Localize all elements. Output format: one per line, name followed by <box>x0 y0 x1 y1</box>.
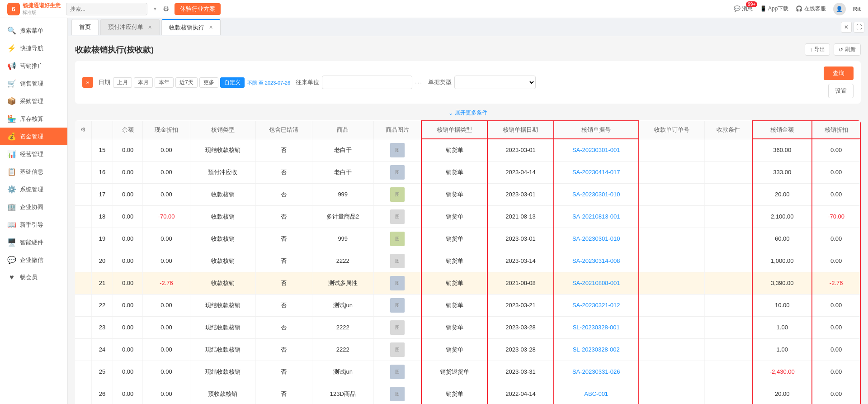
sidebar-item-search[interactable]: 🔍 搜索菜单 <box>0 22 67 39</box>
sidebar-item-inventory[interactable]: 🏪 库存核算 <box>0 110 67 128</box>
sidebar-label-hardware: 智能硬件 <box>20 238 43 247</box>
cell-writeoff-discount: 0.00 <box>812 139 860 161</box>
bill-no-link[interactable]: SA-20230301-001 <box>572 147 620 153</box>
table-header-row: ⚙ 余额 现金折扣 核销类型 包含已结清 商品 商品图片 核销单据类型 核销单据… <box>75 121 860 139</box>
cell-seq: 16 <box>91 161 113 183</box>
cell-balance: 0.00 <box>113 183 143 205</box>
bill-no-link[interactable]: SA-20210813-001 <box>572 213 620 220</box>
cell-bill-type: 销货单 <box>421 139 487 161</box>
guide-icon: 📖 <box>7 220 16 229</box>
tab-bar: 首页 预付冲应付单 ✕ 收款核销执行 ✕ ✕ ⛶ <box>68 18 868 36</box>
cell-bill-no: SA-20230301-001 <box>554 139 639 161</box>
cell-balance: 0.00 <box>113 316 143 338</box>
cell-receipt-condition <box>704 228 752 250</box>
setting-filter-btn[interactable]: 设置 <box>828 84 854 98</box>
cell-receipt-order <box>639 139 705 161</box>
cell-bill-date: 2023-03-01 <box>487 228 553 250</box>
cell-bill-type: 销货单 <box>421 294 487 316</box>
tab-prepay-close[interactable]: ✕ <box>148 24 152 30</box>
bill-no-link[interactable]: SA-20230301-010 <box>572 191 620 198</box>
sidebar-item-member[interactable]: ♥ 畅会员 <box>0 269 67 286</box>
bill-no-link[interactable]: ABC-001 <box>584 390 608 397</box>
cell-bill-no: SA-20230331-026 <box>554 361 639 383</box>
sidebar-label-member: 畅会员 <box>20 273 38 281</box>
bill-no-link[interactable]: SA-20210808-001 <box>572 280 620 286</box>
sidebar-item-wechat[interactable]: 💬 企业微信 <box>0 251 67 269</box>
sidebar-item-quick[interactable]: ⚡ 快捷导航 <box>0 39 67 57</box>
bill-type-select[interactable] <box>454 76 536 89</box>
date-btn-more[interactable]: 更多 <box>199 77 218 88</box>
message-badge: 99+ <box>746 1 757 7</box>
user-icon: 👤 <box>836 6 843 12</box>
online-service-btn[interactable]: 🎧 在线客服 <box>796 5 826 13</box>
cell-receipt-order <box>639 183 705 205</box>
sidebar-item-corp[interactable]: 🏢 企业协同 <box>0 198 67 216</box>
phone-icon: 📱 <box>760 5 767 12</box>
settings-icon[interactable]: ⚙ <box>80 126 86 133</box>
tab-prepay[interactable]: 预付冲应付单 ✕ <box>100 19 160 35</box>
bill-no-link[interactable]: SA-20230314-008 <box>572 257 620 264</box>
bill-no-link[interactable]: SL-20230328-002 <box>573 346 620 353</box>
cell-bill-date: 2023-03-31 <box>487 361 553 383</box>
date-btn-last-month[interactable]: 上月 <box>113 77 132 88</box>
date-btn-this-year[interactable]: 本年 <box>155 77 174 88</box>
cell-receipt-condition <box>704 272 752 294</box>
refresh-icon: ↺ <box>839 47 843 53</box>
date-btn-custom[interactable]: 自定义 <box>220 77 245 88</box>
cell-goods: 2222 <box>312 250 373 272</box>
table-row: 21 0.00 -2.76 收款核销 否 测试多属性 图 销货单 2021-08… <box>75 272 860 294</box>
maximize-window-btn[interactable]: ⛶ <box>854 22 864 33</box>
date-btn-this-month[interactable]: 本月 <box>134 77 153 88</box>
cell-receipt-condition <box>704 383 752 404</box>
bill-no-link[interactable]: SA-20230414-017 <box>572 169 620 176</box>
gear-icon-top[interactable]: ⚙ <box>163 5 169 13</box>
cell-balance: 0.00 <box>113 250 143 272</box>
tab-receipt[interactable]: 收款核销执行 ✕ <box>161 19 221 35</box>
user-avatar[interactable]: 👤 <box>833 3 846 15</box>
bill-no-link[interactable]: SL-20230328-001 <box>573 324 620 331</box>
sidebar-item-marketing[interactable]: 📢 营销推广 <box>0 57 67 75</box>
tab-home[interactable]: 首页 <box>71 19 99 35</box>
query-btn[interactable]: 查询 <box>824 67 854 80</box>
bill-no-link[interactable]: SA-20230331-026 <box>572 368 620 375</box>
sidebar-item-system[interactable]: ⚙️ 系统管理 <box>0 181 67 198</box>
cell-receipt-order <box>639 228 705 250</box>
cell-cash-discount: -70.00 <box>142 205 190 228</box>
th-goods: 商品 <box>312 121 373 139</box>
filter-expand-btn[interactable]: » <box>82 77 93 88</box>
sidebar-label-guide: 新手引导 <box>20 221 43 229</box>
sidebar-item-purchase[interactable]: 📦 采购管理 <box>0 92 67 110</box>
cell-cash-discount: 0.00 <box>142 228 190 250</box>
sidebar-item-hardware[interactable]: 🖥️ 智能硬件 <box>0 233 67 251</box>
marketing-icon: 📢 <box>7 62 16 70</box>
app-download-btn[interactable]: 📱 App下载 <box>760 5 788 13</box>
date-btn-7days[interactable]: 近7天 <box>175 77 198 88</box>
bill-no-link[interactable]: SA-20230301-010 <box>572 235 620 242</box>
sidebar-item-basic[interactable]: 📋 基础信息 <box>0 163 67 181</box>
search-input-top[interactable] <box>66 3 147 15</box>
industry-btn[interactable]: 休验行业方案 <box>175 3 221 15</box>
refresh-btn[interactable]: ↺ 刷新 <box>834 43 861 56</box>
cell-writeoff-type: 现结收款核销 <box>190 361 256 383</box>
cell-writeoff-amount: 20.00 <box>752 183 812 205</box>
cell-bill-type: 销货单 <box>421 250 487 272</box>
sidebar-item-sales[interactable]: 🛒 销售管理 <box>0 75 67 92</box>
bill-no-link[interactable]: SA-20230321-012 <box>572 302 620 309</box>
close-window-btn[interactable]: ✕ <box>841 22 852 33</box>
page-actions: ↑ 导出 ↺ 刷新 <box>805 43 861 56</box>
cell-goods-img: 图 <box>373 272 421 294</box>
sidebar-item-guide[interactable]: 📖 新手引导 <box>0 216 67 233</box>
export-btn[interactable]: ↑ 导出 <box>805 43 830 56</box>
cell-receipt-order <box>639 361 705 383</box>
message-btn[interactable]: 💬 消息 99+ <box>734 5 753 13</box>
table-body: 15 0.00 0.00 现结收款核销 否 老白干 图 销货单 2023-03-… <box>75 139 860 404</box>
sidebar-item-operation[interactable]: 📊 经营管理 <box>0 145 67 163</box>
tab-receipt-close[interactable]: ✕ <box>209 24 213 30</box>
logo-icon: 6 <box>7 3 20 15</box>
expand-more-btn[interactable]: ⌄ 展开更多条件 <box>448 109 487 117</box>
sidebar-item-finance[interactable]: 💰 资金管理 <box>0 128 67 145</box>
dropdown-arrow-icon[interactable]: ▼ <box>153 6 157 11</box>
unit-input[interactable] <box>322 76 412 89</box>
sidebar-label-sales: 销售管理 <box>20 80 43 88</box>
table-row: 15 0.00 0.00 现结收款核销 否 老白干 图 销货单 2023-03-… <box>75 139 860 161</box>
